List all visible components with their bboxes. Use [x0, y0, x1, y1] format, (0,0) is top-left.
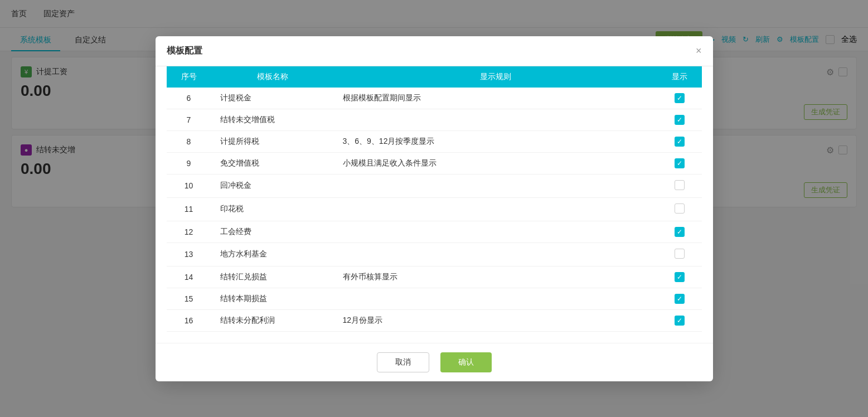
row-rule-9: 小规模且满足收入条件显示 [334, 152, 657, 174]
row-name-9: 免交增值税 [211, 152, 334, 174]
row-name-7: 结转未交增值税 [211, 109, 334, 130]
checkbox-unchecked-10[interactable] [675, 180, 685, 190]
checkbox-checked-7[interactable]: ✓ [675, 115, 685, 125]
table-row: 16结转未分配利润12月份显示✓ [167, 309, 702, 331]
row-rule-10 [334, 174, 657, 197]
checkbox-checked-12[interactable]: ✓ [675, 227, 685, 237]
row-name-11: 印花税 [211, 197, 334, 221]
checkbox-unchecked-11[interactable] [675, 203, 685, 214]
modal-overlay: 模板配置 × 序号 模板名称 显示规则 显示 6计提税金根据模板配置期间显示✓7… [0, 0, 868, 417]
row-rule-14: 有外币核算显示 [334, 266, 657, 288]
row-name-15: 结转本期损益 [211, 288, 334, 309]
row-check-7: ✓ [657, 109, 702, 130]
table-row: 12工会经费✓ [167, 221, 702, 243]
dialog-header: 模板配置 × [156, 36, 713, 66]
checkbox-unchecked-13[interactable] [675, 249, 685, 259]
row-id-16: 16 [167, 309, 211, 331]
table-row: 13地方水利基金 [167, 243, 702, 266]
row-id-13: 13 [167, 243, 211, 266]
row-check-10 [657, 174, 702, 197]
row-check-15: ✓ [657, 288, 702, 309]
table-row: 11印花税 [167, 197, 702, 221]
row-check-8: ✓ [657, 130, 702, 152]
dialog-footer: 取消 确认 [156, 343, 713, 381]
table-row: 14结转汇兑损益有外币核算显示✓ [167, 266, 702, 288]
row-check-12: ✓ [657, 221, 702, 243]
row-rule-15 [334, 288, 657, 309]
table-row: 9免交增值税小规模且满足收入条件显示✓ [167, 152, 702, 174]
row-check-16: ✓ [657, 309, 702, 331]
row-name-16: 结转未分配利润 [211, 309, 334, 331]
row-rule-12 [334, 221, 657, 243]
row-check-9: ✓ [657, 152, 702, 174]
row-id-8: 8 [167, 130, 211, 152]
dialog-body: 序号 模板名称 显示规则 显示 6计提税金根据模板配置期间显示✓7结转未交增值税… [156, 66, 713, 343]
row-id-14: 14 [167, 266, 211, 288]
checkbox-checked-16[interactable]: ✓ [675, 316, 685, 326]
row-check-6: ✓ [657, 88, 702, 109]
config-table: 序号 模板名称 显示规则 显示 6计提税金根据模板配置期间显示✓7结转未交增值税… [167, 66, 702, 332]
row-name-6: 计提税金 [211, 88, 334, 109]
dialog-title: 模板配置 [167, 45, 202, 57]
row-id-10: 10 [167, 174, 211, 197]
row-rule-8: 3、6、9、12月按季度显示 [334, 130, 657, 152]
row-rule-11 [334, 197, 657, 221]
row-name-14: 结转汇兑损益 [211, 266, 334, 288]
row-check-13 [657, 243, 702, 266]
template-config-dialog: 模板配置 × 序号 模板名称 显示规则 显示 6计提税金根据模板配置期间显示✓7… [156, 36, 713, 381]
checkbox-checked-14[interactable]: ✓ [675, 272, 685, 282]
col-header-display: 显示 [657, 66, 702, 88]
row-id-6: 6 [167, 88, 211, 109]
col-header-rule: 显示规则 [334, 66, 657, 88]
row-name-13: 地方水利基金 [211, 243, 334, 266]
table-row: 15结转本期损益✓ [167, 288, 702, 309]
table-row: 6计提税金根据模板配置期间显示✓ [167, 88, 702, 109]
checkbox-checked-9[interactable]: ✓ [675, 158, 685, 168]
row-rule-13 [334, 243, 657, 266]
col-header-id: 序号 [167, 66, 211, 88]
checkbox-checked-6[interactable]: ✓ [675, 93, 685, 103]
row-check-14: ✓ [657, 266, 702, 288]
row-check-11 [657, 197, 702, 221]
row-name-12: 工会经费 [211, 221, 334, 243]
row-id-15: 15 [167, 288, 211, 309]
checkbox-checked-8[interactable]: ✓ [675, 137, 685, 147]
row-id-11: 11 [167, 197, 211, 221]
cancel-button[interactable]: 取消 [377, 352, 429, 372]
row-id-7: 7 [167, 109, 211, 130]
checkbox-checked-15[interactable]: ✓ [675, 294, 685, 304]
row-rule-7 [334, 109, 657, 130]
table-row: 10回冲税金 [167, 174, 702, 197]
row-name-10: 回冲税金 [211, 174, 334, 197]
dialog-close-button[interactable]: × [696, 45, 702, 57]
row-name-8: 计提所得税 [211, 130, 334, 152]
row-rule-6: 根据模板配置期间显示 [334, 88, 657, 109]
row-rule-16: 12月份显示 [334, 309, 657, 331]
row-id-9: 9 [167, 152, 211, 174]
col-header-name: 模板名称 [211, 66, 334, 88]
confirm-button[interactable]: 确认 [440, 352, 492, 372]
table-row: 7结转未交增值税✓ [167, 109, 702, 130]
row-id-12: 12 [167, 221, 211, 243]
table-row: 8计提所得税3、6、9、12月按季度显示✓ [167, 130, 702, 152]
